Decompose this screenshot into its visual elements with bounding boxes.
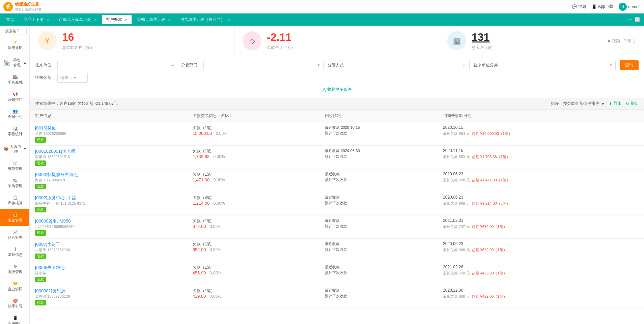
td-debt-info-4: 欠款（1笔） 672.00 0.00% (187, 215, 320, 239)
sidebar-item-marketing[interactable]: 📢 营销推广 (0, 88, 29, 106)
refresh-button[interactable]: ↻ 刷新 (626, 101, 639, 107)
overdue-link-3[interactable]: 超期 ¥1,214.00（3笔） (472, 201, 510, 205)
sort-button[interactable]: 排序：按欠款金额倒序排序 ▼ (551, 101, 605, 107)
sidebar-item-retail-mall[interactable]: 🏬 零售商城 (0, 71, 29, 88)
sidebar-item-system[interactable]: ⚙ 系统管理 (0, 261, 29, 278)
sidebar-item-member[interactable]: 👥 会员中心 (0, 106, 29, 123)
sidebar-item-enterprise[interactable]: 🤝 企业协同 (0, 278, 29, 295)
stat-icon-3: 🏢 (447, 31, 466, 50)
tab-product-offline-label: 商品上下架 (24, 17, 44, 23)
customer-name-link-3[interactable]: [0002]服务中心_丁磊 (35, 195, 76, 200)
export-button[interactable]: ⬆ 导出 (609, 101, 622, 107)
overdue-link-0[interactable]: 超期 ¥10,000.00（1笔） (472, 131, 512, 136)
recent-collection-7: 最近收款 (325, 288, 432, 293)
td-collection-1: 最近收款 2020-06-30 预计下次收款 (319, 146, 438, 169)
filter-manager-input[interactable]: ··· (350, 61, 470, 70)
filter-balance-select[interactable]: 选择... ▼ (57, 73, 88, 83)
filter-unit-category-select[interactable]: ▼ (500, 61, 616, 70)
app-download-btn[interactable]: 📱 App下载 (592, 4, 613, 9)
sidebar-item-basic-info[interactable]: ℹ 基础信息 (0, 243, 29, 261)
sidebar-item-inventory[interactable]: 📋 库存核算 (0, 192, 29, 209)
sidebar-item-purchase[interactable]: 🛍 采购管理 (0, 175, 29, 192)
td-collection-2: 最近收款 预计下次收款 (319, 169, 438, 192)
sort-chevron-icon: ▼ (601, 101, 605, 106)
overdue-link-5[interactable]: 超期 ¥652.00（1笔） (472, 248, 507, 252)
customer-name-link-6[interactable]: [0006]去下粮仓 (35, 265, 65, 270)
tab-maximize-icon[interactable]: ⬜ (635, 17, 640, 22)
stat-card-actions: ▶视频 ?帮助 (608, 38, 636, 44)
customer-name-link-0[interactable]: [0016]吴俊 (35, 125, 56, 130)
tab-purchase-order-close[interactable]: ✕ (168, 18, 171, 22)
overdue-link-2[interactable]: 超期 ¥1,471.00（1笔） (472, 178, 510, 182)
tab-minimize-icon[interactable]: — (628, 17, 632, 22)
table-row: [000001]黄思源 黄思源 13552700226 现款 欠款（1笔） 42… (30, 285, 644, 308)
ecommerce-icon: 🛒 (4, 161, 27, 166)
stat-icon-2: ◇ (243, 31, 261, 50)
tab-customer-account-label: 客户账本 (106, 17, 122, 23)
app-info: 畅捷通好生意 母婴行业演示账套 (15, 1, 42, 12)
sidebar-item-retail-mgmt[interactable]: 🏪 零售管理 ▲ (0, 54, 29, 71)
tab-product-history-close[interactable]: ✕ (94, 18, 96, 22)
filter-source-unit-input[interactable]: ··· (57, 61, 177, 70)
debt-amount-4: 672.00 0.00% (193, 224, 314, 229)
debt-desc-7: 欠款（1笔） (193, 288, 314, 294)
tab-purchase-stats[interactable]: 进货单统计表（按商品） ✕ (176, 15, 234, 24)
help-btn[interactable]: ?帮助 (624, 38, 636, 44)
sidebar-item-retail-stats[interactable]: 📊 零售统计 (0, 123, 29, 140)
collection-info-7: 最近收款 预计下次收款 (325, 288, 432, 299)
stat-value-3: 131 (472, 31, 603, 43)
customer-name-link-4[interactable]: [000002]用户2050 (35, 218, 71, 224)
sidebar-item-batch-mgmt[interactable]: 📦 批发管理 ▼ (0, 140, 29, 157)
overdue-link-4[interactable]: 超期 ¥672.00（1笔） (472, 225, 507, 229)
tab-purchase-order[interactable]: 采购订单统计表 ✕ (133, 15, 175, 24)
overdue-link-1[interactable]: 超期 ¥1,703.68（1笔） (472, 155, 510, 159)
tab-product-offline-close[interactable]: ✕ (47, 18, 49, 22)
tab-home[interactable]: 首页 (2, 15, 18, 24)
customer-name-link-7[interactable]: [000001]黄思源 (35, 288, 65, 293)
overdue-info-4: 最长欠款 747 天 超期 ¥672.00（1笔） (443, 224, 639, 229)
overdue-link-7[interactable]: 超期 ¥429.00（1笔） (472, 294, 507, 298)
video-btn[interactable]: ▶视频 (608, 38, 620, 44)
collapse-button[interactable]: ⋀ 收起更多条件 (35, 85, 639, 94)
filter-area: 往来单位 ··· 分管部门 ▼ 分管人员 (30, 56, 644, 98)
query-button[interactable]: 查询 (620, 60, 639, 70)
customer-name-link-5[interactable]: [0007]小进千 (35, 242, 60, 247)
overdue-info-3: 最长欠款 998 天 超期 ¥1,214.00（3笔） (443, 201, 639, 206)
overdue-link-6[interactable]: 超期 ¥455.90（1笔） (472, 271, 507, 275)
tab-product-history[interactable]: 产成品入库单历史 ✕ (55, 15, 101, 24)
sidebar-nav: ⚡ 快捷导航 🏪 零售管理 ▲ 🏬 零售商城 📢 营销推广 👥 (0, 36, 29, 324)
user-menu[interactable]: d demo2 (619, 3, 641, 11)
logo-icon: 畅 (3, 2, 13, 11)
sidebar-item-newbie[interactable]: 🎯 新手引导 (0, 295, 29, 312)
customer-name-link-1[interactable]: [0001020001]李老师 (35, 149, 75, 154)
filter-balance: 往来余额 选择... ▼ (35, 73, 130, 83)
tab-purchase-stats-close[interactable]: ✕ (227, 18, 230, 22)
td-debt-info-5: 欠款（1笔） 652.00 0.00% (187, 239, 320, 262)
basic-info-icon: ℹ (4, 247, 27, 252)
td-due-date-0: 2020.10.15 最长欠款 884 天 超期 ¥10,000.00（1笔） (438, 122, 644, 146)
overdue-info-0: 最长欠款 884 天 超期 ¥10,000.00（1笔） (443, 131, 639, 136)
message-btn[interactable]: 💬 消息 (572, 4, 586, 9)
tab-actions: — ⬜ (628, 17, 643, 22)
filter-unit-category-label: 往来单位分类 (474, 62, 498, 68)
td-due-date-1: 2020.11.15 最长欠款 853 天 超期 ¥1,703.68（1笔） (438, 146, 644, 169)
top-right: 💬 消息 📱 App下载 d demo2 (572, 3, 641, 11)
export-icon: ⬆ (609, 101, 612, 106)
sidebar-item-operations[interactable]: 📈 经营管理 (0, 226, 29, 243)
due-date-0: 2020.10.15 (443, 125, 639, 130)
tab-customer-account-close[interactable]: ✕ (125, 18, 128, 22)
tab-product-offline[interactable]: 商品上下架 ✕ (20, 15, 53, 24)
newbie-icon: 🎯 (4, 298, 27, 303)
search-input[interactable] (3, 28, 27, 34)
sidebar-item-app-center[interactable]: 📱 应用中心 (0, 312, 29, 324)
results-bar: 搜索结果中，客户16家 欠款金额 -21,148.07元 排序：按欠款金额倒序排… (30, 98, 644, 110)
sidebar-item-quick-nav[interactable]: ⚡ 快捷导航 (0, 36, 29, 54)
customer-name-link-2[interactable]: [0003]畅捷服务尹海燕 (35, 172, 78, 177)
td-customer-info-6: [0006]去下粮仓 陈小希 现款 (30, 262, 187, 285)
sidebar-item-finance[interactable]: 💰 资金管理 (0, 209, 29, 226)
filter-dept-select[interactable]: ▼ (203, 61, 323, 70)
debt-amount-5: 652.00 0.00% (193, 247, 314, 252)
overdue-info-7: 最长欠款 808 天 超期 ¥429.00（1笔） (443, 294, 639, 299)
tab-customer-account[interactable]: 客户账本 ✕ (102, 15, 132, 24)
sidebar-item-ecommerce[interactable]: 🛒 电商管理 (0, 157, 29, 175)
